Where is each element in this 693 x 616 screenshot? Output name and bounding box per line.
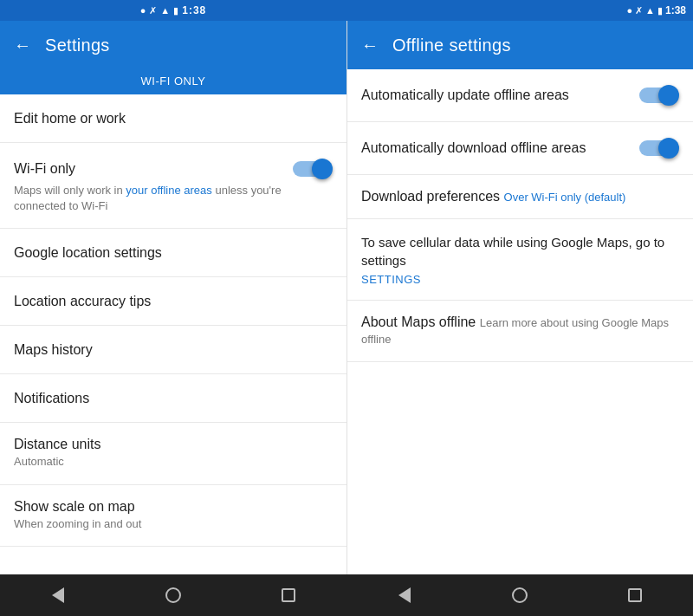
wifi-only-subtitle: Maps will only work in your offline area… xyxy=(14,183,333,214)
offline-areas-link[interactable]: your offline areas xyxy=(126,184,212,197)
settings-item-maps-history[interactable]: Maps history xyxy=(0,326,346,374)
time-right: 1:38 xyxy=(665,4,686,16)
right-panel-title: Offline settings xyxy=(392,36,511,55)
nav-recents-left[interactable] xyxy=(271,578,306,613)
left-app-bar: ← Settings xyxy=(0,21,346,69)
back-triangle-left xyxy=(52,587,64,603)
settings-item-wifi-only[interactable]: Wi-Fi only Maps will only work in your o… xyxy=(0,143,346,229)
distance-units-subtitle: Automatic xyxy=(14,454,333,470)
recents-square-left xyxy=(282,588,295,602)
nav-bar-right xyxy=(346,574,693,616)
nav-back-right[interactable] xyxy=(387,578,422,613)
notifications-title: Notifications xyxy=(14,391,333,406)
location-icon: ● xyxy=(140,5,147,16)
wifi-only-toggle-thumb xyxy=(312,159,333,179)
offline-settings-list: Automatically update offline areas Autom… xyxy=(347,69,693,574)
wifi-only-toggle[interactable] xyxy=(291,157,333,181)
settings-item-google-location[interactable]: Google location settings xyxy=(0,229,346,277)
signal-icon: ▲ xyxy=(160,5,171,16)
about-offline-title: About Maps offline xyxy=(361,314,476,329)
auto-update-toggle[interactable] xyxy=(638,83,679,107)
settings-list: Edit home or work Wi-Fi only Maps will o… xyxy=(0,94,346,574)
wifi-only-title: Wi-Fi only xyxy=(14,161,75,177)
signal-icon-r: ▲ xyxy=(645,5,655,16)
offline-item-save-cellular[interactable]: To save cellular data while using Google… xyxy=(347,219,693,301)
offline-item-auto-download[interactable]: Automatically download offline areas xyxy=(347,122,693,175)
bluetooth-icon: ✗ xyxy=(149,5,158,16)
right-app-bar: ← Offline settings xyxy=(347,21,693,69)
left-back-button[interactable]: ← xyxy=(14,36,31,55)
auto-download-title: Automatically download offline areas xyxy=(361,140,586,156)
show-scale-subtitle: When zooming in and out xyxy=(14,516,333,532)
auto-update-title: Automatically update offline areas xyxy=(361,88,569,103)
nav-recents-right[interactable] xyxy=(618,578,652,613)
right-panel: ← Offline settings Automatically update … xyxy=(346,21,693,574)
bluetooth-icon-r: ✗ xyxy=(635,5,643,16)
status-bar-left: ● ✗ ▲ ▮ 1:38 xyxy=(0,0,346,21)
nav-back-left[interactable] xyxy=(41,578,75,613)
settings-action-link[interactable]: SETTINGS xyxy=(361,273,679,286)
settings-item-show-scale[interactable]: Show scale on map When zooming in and ou… xyxy=(0,485,346,547)
save-cellular-text: To save cellular data while using Google… xyxy=(361,235,664,268)
settings-item-edit-home-work[interactable]: Edit home or work xyxy=(0,94,346,143)
location-icon-r: ● xyxy=(626,5,632,16)
right-back-button[interactable]: ← xyxy=(361,36,379,55)
status-icons-right: ● ✗ ▲ ▮ 1:38 xyxy=(626,4,686,16)
wifi-only-banner-text: WI-FI ONLY xyxy=(141,75,206,88)
settings-item-notifications[interactable]: Notifications xyxy=(0,374,346,423)
status-bar-right: ● ✗ ▲ ▮ 1:38 xyxy=(346,0,693,21)
google-location-title: Google location settings xyxy=(14,245,333,261)
home-circle-right xyxy=(512,587,528,603)
maps-history-title: Maps history xyxy=(14,342,333,358)
edit-home-work-title: Edit home or work xyxy=(14,111,333,126)
time-left: 1:38 xyxy=(182,4,206,16)
nav-home-right[interactable] xyxy=(502,578,537,613)
nav-bar-left xyxy=(0,574,346,616)
home-circle-left xyxy=(165,587,181,603)
download-prefs-title: Download preferences xyxy=(361,189,500,204)
nav-home-left[interactable] xyxy=(156,578,191,613)
battery-icon: ▮ xyxy=(173,5,179,16)
offline-item-about[interactable]: About Maps offline Learn more about usin… xyxy=(347,301,693,362)
wifi-only-banner: WI-FI ONLY xyxy=(0,69,346,94)
download-prefs-subtitle: Over Wi-Fi only (default) xyxy=(504,191,626,204)
offline-item-download-prefs[interactable]: Download preferences Over Wi-Fi only (de… xyxy=(347,175,693,219)
auto-update-toggle-thumb xyxy=(658,85,679,106)
settings-item-distance-units[interactable]: Distance units Automatic xyxy=(0,423,346,484)
auto-download-toggle-thumb xyxy=(658,138,679,159)
location-accuracy-title: Location accuracy tips xyxy=(14,294,333,309)
distance-units-title: Distance units xyxy=(14,437,333,452)
recents-square-right xyxy=(628,588,642,602)
left-panel: ← Settings WI-FI ONLY Edit home or work … xyxy=(0,21,346,574)
offline-item-auto-update[interactable]: Automatically update offline areas xyxy=(347,69,693,122)
settings-item-location-accuracy[interactable]: Location accuracy tips xyxy=(0,277,346,326)
status-icons-left: ● ✗ ▲ ▮ 1:38 xyxy=(140,4,207,16)
left-panel-title: Settings xyxy=(45,36,110,55)
auto-download-toggle[interactable] xyxy=(638,136,679,160)
battery-icon-r: ▮ xyxy=(657,5,663,16)
back-triangle-right xyxy=(398,587,411,603)
show-scale-title: Show scale on map xyxy=(14,499,333,515)
